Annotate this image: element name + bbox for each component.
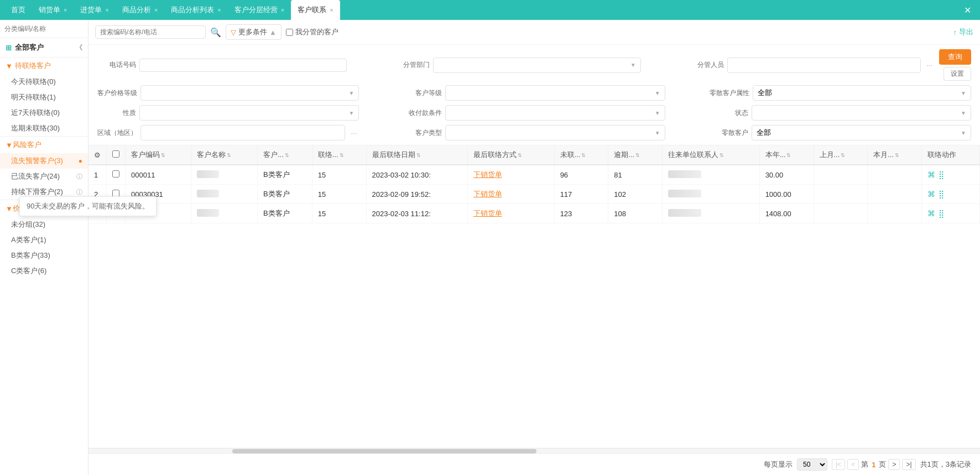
close-icon[interactable]: × <box>105 7 108 13</box>
th-name[interactable]: 客户名称⇅ <box>191 145 257 165</box>
more-dots-icon[interactable]: ··· <box>348 129 359 137</box>
th-overdue[interactable]: 逾期...⇅ <box>608 145 663 165</box>
settings-button[interactable]: 设置 <box>943 67 971 81</box>
close-icon[interactable]: × <box>281 7 284 13</box>
query-button[interactable]: 查询 <box>939 49 971 65</box>
th-settings[interactable]: ⚙ <box>88 145 107 165</box>
my-customers-checkbox[interactable]: 我分管的客户 <box>286 27 338 37</box>
filter-region: 区域（地区） ··· <box>97 125 359 140</box>
zero-attr-label: 零散客户属性 <box>710 88 749 98</box>
sidebar-item-tomorrow[interactable]: 明天待联络(1) <box>0 90 88 105</box>
last-page-button[interactable]: >| <box>902 459 915 470</box>
th-contact[interactable]: 联络...⇅ <box>312 145 366 165</box>
select-all-checkbox[interactable] <box>112 150 119 158</box>
sidebar-item-overdue[interactable]: 迄期未联络(30) <box>0 121 88 136</box>
contact-icon[interactable]: ⌘ <box>927 209 935 218</box>
td-last-method[interactable]: 下销货单 <box>467 204 554 223</box>
tab-product-analysis[interactable]: 商品分析 × <box>116 0 164 20</box>
search-button[interactable]: 🔍 <box>210 27 221 38</box>
per-page-select[interactable]: 50 100 200 <box>797 458 827 471</box>
tab-purchase[interactable]: 进货单 × <box>74 0 115 20</box>
my-customers-checkbox-input[interactable] <box>286 29 293 36</box>
first-page-button[interactable]: |< <box>832 459 845 470</box>
more-dots-icon[interactable]: ··· <box>924 61 935 69</box>
th-this-month[interactable]: 本月...⇅ <box>868 145 922 165</box>
chevron-down-icon: ▼ <box>961 110 966 116</box>
sidebar-item-churn-warning[interactable]: 流失预警客户(3) ● <box>0 153 88 169</box>
sidebar-group-risk[interactable]: ▼ 风险客户 <box>0 136 88 153</box>
zero-customer-select[interactable]: 全部 ▼ <box>752 125 971 140</box>
td-checkbox[interactable] <box>107 165 126 185</box>
td-last-method[interactable]: 下销货单 <box>467 185 554 204</box>
td-last-method[interactable]: 下销货单 <box>467 165 554 185</box>
tab-customer-segment[interactable]: 客户分层经营 × <box>228 0 291 20</box>
next-page-button[interactable]: > <box>888 459 900 470</box>
tab-sales[interactable]: 销货单 × <box>32 0 74 20</box>
prev-page-button[interactable]: < <box>847 459 859 470</box>
th-code[interactable]: 客户编码⇅ <box>126 145 191 165</box>
more-actions-icon[interactable]: ⣿ <box>939 170 944 179</box>
total-label: 共1页，3条记录 <box>920 460 971 469</box>
table-row: 2 00030031 B类客户 15 2023-02-09 19:52: 下销货… <box>88 185 980 204</box>
search-input[interactable] <box>95 25 206 39</box>
row-checkbox[interactable] <box>112 170 119 178</box>
th-type[interactable]: 客户...⇅ <box>257 145 312 165</box>
contact-icon[interactable]: ⌘ <box>927 170 935 179</box>
th-contact-person[interactable]: 往来单位联系人⇅ <box>662 145 759 165</box>
td-actions: ⌘ ⣿ <box>921 204 979 223</box>
scrollbar-thumb[interactable] <box>232 449 536 453</box>
sidebar-item-7days[interactable]: 近7天待联络(0) <box>0 105 88 121</box>
tab-product-analysis-list[interactable]: 商品分析列表 × <box>164 0 227 20</box>
sidebar-item-today[interactable]: 今天待联络(0) <box>0 74 88 90</box>
close-icon[interactable]: × <box>154 7 158 13</box>
phone-input[interactable] <box>139 59 347 72</box>
tooltip: 90天未交易的客户，可能有流失风险。 <box>19 196 88 216</box>
filter-bar: 🔍 ▽ 更多条件 ▲ 我分管的客户 ↑ 导出 <box>88 20 980 45</box>
close-icon[interactable]: × <box>217 7 221 13</box>
more-actions-icon[interactable]: ⣿ <box>939 190 944 199</box>
more-actions-icon[interactable]: ⣿ <box>939 209 944 218</box>
sidebar-search-input[interactable] <box>4 25 87 33</box>
sidebar-item-b-class[interactable]: B类客户(33) <box>0 248 88 263</box>
region-select[interactable] <box>140 125 345 140</box>
th-last-method[interactable]: 最后联络方式⇅ <box>467 145 554 165</box>
data-table-container: ⚙ 客户编码⇅ 客户名称⇅ 客户...⇅ <box>88 145 980 448</box>
filter-nature: 性质 ▼ <box>97 105 359 121</box>
dept-select[interactable]: ▼ <box>433 58 640 73</box>
sidebar-item-a-class[interactable]: A类客户(1) <box>0 232 88 248</box>
th-last-month[interactable]: 上月...⇅ <box>814 145 868 165</box>
nature-select[interactable]: ▼ <box>139 105 359 121</box>
filter-status: 状态 ▼ <box>710 105 971 121</box>
settings-icon[interactable]: ⚙ <box>94 151 101 159</box>
chevron-down-icon: ▼ <box>630 62 636 68</box>
close-icon[interactable]: × <box>330 7 333 13</box>
person-select[interactable] <box>727 58 921 73</box>
window-close-icon[interactable]: ✕ <box>960 5 976 15</box>
sidebar-item-ungrouped[interactable]: 未分组(32) <box>0 217 88 232</box>
sidebar-item-c-class[interactable]: C类客户(6) <box>0 263 88 279</box>
tab-home[interactable]: 首页 <box>4 0 32 20</box>
th-checkbox[interactable] <box>107 145 126 165</box>
type-select[interactable]: ▼ <box>445 125 665 140</box>
zero-attr-select[interactable]: 全部 ▼ <box>753 85 971 101</box>
chevron-down-icon: ▼ <box>961 90 966 96</box>
contact-icon[interactable]: ⌘ <box>927 190 935 199</box>
tab-bar: 首页 销货单 × 进货单 × 商品分析 × 商品分析列表 × 客户分层经营 × … <box>0 0 980 20</box>
status-select[interactable]: ▼ <box>752 105 971 121</box>
horizontal-scrollbar[interactable] <box>88 448 980 453</box>
close-icon[interactable]: × <box>64 7 67 13</box>
th-this-year[interactable]: 本年...⇅ <box>759 145 814 165</box>
th-last-date[interactable]: 最后联络日期⇅ <box>366 145 467 165</box>
price-level-select[interactable]: ▼ <box>140 85 359 101</box>
table-row: 1 000011 B类客户 15 2023-03-02 10:30: 下销货单 … <box>88 165 980 185</box>
sidebar-all-customers[interactable]: ⊞ 全部客户 《 <box>0 38 88 58</box>
export-button[interactable]: ↑ 导出 <box>953 27 974 37</box>
th-uncontact[interactable]: 未联...⇅ <box>554 145 608 165</box>
level-select[interactable]: ▼ <box>445 85 665 101</box>
tab-customer-contact[interactable]: 客户联系 × <box>291 0 340 20</box>
sidebar-group-pending[interactable]: ▼ 待联络客户 <box>0 58 88 74</box>
sidebar-item-churned[interactable]: 已流失客户(24) ⓘ <box>0 169 88 184</box>
more-conditions-button[interactable]: ▽ 更多条件 ▲ <box>226 24 282 40</box>
sidebar-search-bar[interactable]: 🔍 <box>0 20 88 38</box>
payment-select[interactable]: ▼ <box>445 105 665 121</box>
